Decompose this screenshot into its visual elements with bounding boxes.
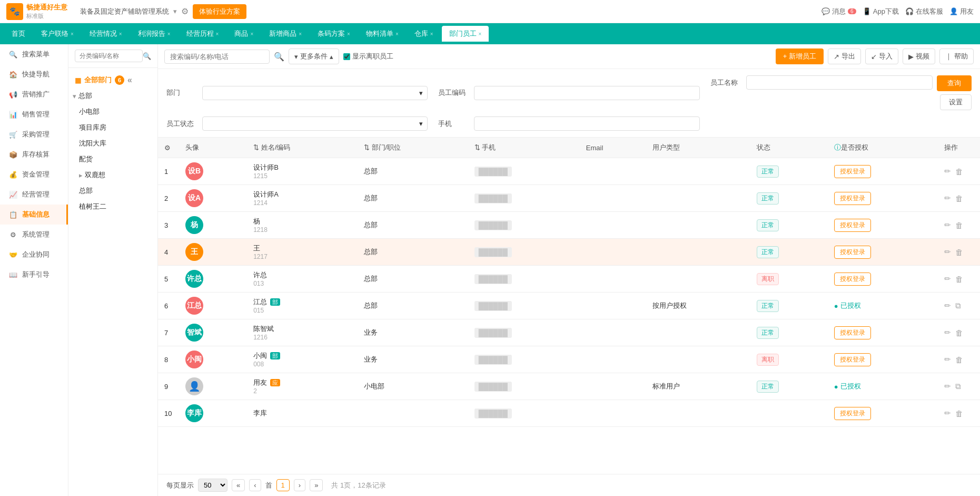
view-btn[interactable]: ▶ 视频 (903, 48, 935, 64)
sidebar-item-shortcut[interactable]: 🏠 快捷导航 (0, 64, 68, 84)
set-btn[interactable]: 设置 (940, 94, 972, 110)
filter-search-icon[interactable]: 🔍 (274, 52, 284, 62)
edit-icon[interactable]: ✏ (944, 167, 951, 176)
delete-icon[interactable]: 🗑 (955, 167, 963, 176)
sidebar-item-finance[interactable]: 💰 资金管理 (0, 164, 68, 184)
dept-item-zhishu[interactable]: 植树王二 (68, 199, 157, 215)
sidebar-item-search[interactable]: 🔍 搜索菜单 (0, 44, 68, 64)
col-dept[interactable]: ⇅ 部门/职位 (358, 138, 468, 158)
sidebar-item-collab[interactable]: 🤝 企业协同 (0, 245, 68, 265)
user-btn[interactable]: 👤 用友 (949, 7, 974, 16)
tab-warehouse[interactable]: 仓库 × (407, 26, 441, 42)
tab-dept-emp[interactable]: 部门员工 × (442, 26, 489, 42)
tab-add-goods-close[interactable]: × (299, 31, 302, 37)
online-service-btn[interactable]: 🎧 在线客服 (905, 7, 943, 16)
tab-profit-close[interactable]: × (167, 31, 171, 37)
edit-icon[interactable]: ✏ (944, 193, 951, 203)
dept-item-zongbu2[interactable]: 总部 (68, 183, 157, 199)
delete-icon[interactable]: 🗑 (955, 221, 963, 230)
edit-icon[interactable]: ✏ (944, 409, 951, 418)
search-input[interactable] (164, 50, 270, 64)
tab-dept-emp-close[interactable]: × (479, 31, 482, 37)
sidebar-item-basic[interactable]: 📋 基础信息 (0, 205, 68, 225)
tab-bom[interactable]: 物料清单 × (359, 26, 406, 42)
edit-icon[interactable]: ✏ (944, 301, 951, 310)
prev-page-btn[interactable]: ‹ (249, 479, 261, 491)
edit-icon[interactable]: ✏ (944, 328, 951, 337)
tab-profit[interactable]: 利润报告 × (131, 26, 178, 42)
delete-icon[interactable]: 🗑 (955, 275, 963, 284)
col-name[interactable]: ⇅ 姓名/编码 (247, 138, 358, 158)
dept-select[interactable]: ▾ (202, 86, 428, 100)
show-resigned-checkbox[interactable]: 显示离职员工 (343, 52, 393, 61)
sidebar-item-ops-mgmt[interactable]: 📈 经营管理 (0, 184, 68, 205)
auth-btn[interactable]: 授权登录 (834, 407, 871, 420)
delete-icon[interactable]: 🗑 (955, 355, 963, 364)
edit-icon[interactable]: ✏ (944, 220, 951, 230)
dept-all[interactable]: ▦ 全部部门 6 « (68, 72, 157, 88)
msg-btn[interactable]: 💬 消息 6 (821, 7, 856, 16)
query-btn[interactable]: 查询 (937, 75, 972, 91)
copy-icon[interactable]: ⧉ (955, 382, 961, 391)
dropdown-icon[interactable]: ▾ (173, 7, 177, 15)
show-resigned-input[interactable] (343, 53, 350, 60)
tab-history[interactable]: 经营历程 × (179, 26, 226, 42)
tab-home[interactable]: 首页 (4, 26, 33, 42)
emp-code-input[interactable] (474, 86, 699, 100)
sidebar-item-marketing[interactable]: 📢 营销推广 (0, 84, 68, 104)
delete-icon[interactable]: 🗑 (955, 248, 963, 257)
settings-icon[interactable]: ⚙ (181, 6, 189, 16)
tab-add-goods[interactable]: 新增商品 × (262, 26, 309, 42)
per-page-select[interactable]: 50 100 (198, 479, 227, 492)
help-btn[interactable]: ｜ 帮助 (939, 48, 974, 64)
next-page-btn[interactable]: › (294, 479, 305, 491)
tab-history-close[interactable]: × (216, 31, 219, 37)
edit-icon[interactable]: ✏ (944, 355, 951, 364)
edit-icon[interactable]: ✏ (944, 274, 951, 284)
sidebar-item-system[interactable]: ⚙ 系统管理 (0, 225, 68, 245)
more-conditions-btn[interactable]: ▾ 更多条件 ▴ (289, 48, 339, 64)
tab-ops[interactable]: 经营情况 × (82, 26, 130, 42)
trial-btn[interactable]: 体验行业方案 (193, 4, 246, 19)
delete-icon[interactable]: 🗑 (955, 194, 963, 203)
app-download-btn[interactable]: 📱 App下载 (863, 7, 899, 16)
delete-icon[interactable]: 🗑 (955, 328, 963, 337)
tab-ops-close[interactable]: × (119, 31, 122, 37)
tab-customer-close[interactable]: × (71, 31, 74, 37)
copy-icon[interactable]: ⧉ (955, 301, 961, 310)
dept-item-shenyang[interactable]: 沈阳大库 (68, 135, 157, 151)
tab-warehouse-close[interactable]: × (430, 31, 433, 37)
sidebar-item-purchase[interactable]: 🛒 采购管理 (0, 124, 68, 144)
dept-item-peihuo[interactable]: 配货 (68, 151, 157, 167)
phone-input[interactable] (474, 116, 699, 131)
dept-item-xiaodian[interactable]: 小电部 (68, 104, 157, 120)
auth-btn[interactable]: 授权登录 (834, 165, 871, 178)
dept-item-zongbu[interactable]: ▾ 总部 (68, 88, 157, 104)
tab-bom-close[interactable]: × (395, 31, 399, 37)
auth-btn[interactable]: 授权登录 (834, 246, 871, 259)
col-settings[interactable]: ⚙ (158, 138, 179, 158)
auth-btn[interactable]: 授权登录 (834, 273, 871, 286)
import-btn[interactable]: ↙ 导入 (865, 48, 898, 64)
tab-goods-close[interactable]: × (250, 31, 253, 37)
edit-icon[interactable]: ✏ (944, 382, 951, 391)
delete-icon[interactable]: 🗑 (955, 409, 963, 418)
auth-btn[interactable]: 授权登录 (834, 192, 871, 205)
emp-name-input[interactable] (746, 75, 933, 90)
edit-icon[interactable]: ✏ (944, 247, 951, 257)
auth-btn[interactable]: 授权登录 (834, 353, 871, 366)
add-emp-btn[interactable]: + 新增员工 (776, 48, 824, 64)
sidebar-item-inventory[interactable]: 📦 库存核算 (0, 144, 68, 164)
dept-item-xiangmu[interactable]: 项目库房 (68, 120, 157, 135)
tab-barcode-close[interactable]: × (347, 31, 350, 37)
collapse-btn[interactable]: « (127, 75, 132, 85)
col-phone[interactable]: ⇅ 手机 (468, 138, 580, 158)
export-btn[interactable]: ↗ 导出 (828, 48, 861, 64)
auth-btn[interactable]: 授权登录 (834, 219, 871, 232)
emp-status-select[interactable]: ▾ (202, 116, 428, 131)
dept-item-shuanglu[interactable]: ▸ 双鹿想 (68, 167, 157, 183)
auth-btn[interactable]: 授权登录 (834, 326, 871, 339)
tab-goods[interactable]: 商品 × (227, 26, 261, 42)
sidebar-item-sales[interactable]: 📊 销售管理 (0, 104, 68, 124)
dept-search-input[interactable] (75, 50, 143, 62)
